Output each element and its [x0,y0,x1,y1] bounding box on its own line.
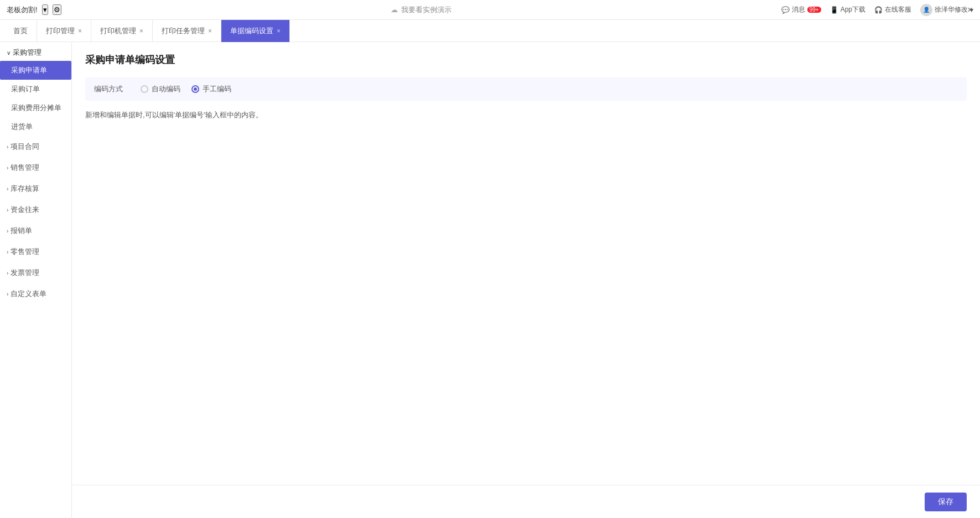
sidebar-item-project-contract-label: 项目合同 [11,142,39,152]
top-bar-left: 老板勿割! ▾ ⚙ [7,4,61,15]
sidebar-item-custom-forms-label: 自定义表单 [11,289,46,299]
message-icon: 💬 [781,6,790,14]
sidebar-item-purchase-request-label: 采购申请单 [11,66,47,74]
sidebar-item-purchase-request[interactable]: 采购申请单 [0,61,71,80]
radio-manual-code[interactable]: 手工编码 [191,84,231,94]
radio-manual-circle [191,85,199,93]
radio-manual-label: 手工编码 [203,84,231,94]
save-button[interactable]: 保存 [925,493,967,511]
app-icon: 📱 [830,6,838,14]
sidebar-item-retail-label: 零售管理 [11,247,39,257]
sidebar-group-purchase: ∨ 采购管理 采购申请单 采购订单 采购费用分摊单 进货单 [0,42,71,136]
top-bar-title: 老板勿割! [7,5,38,15]
sidebar-item-funds[interactable]: › 资金往来 [0,199,71,220]
message-badge: 99+ [807,7,821,13]
page-title: 采购申请单编码设置 [85,53,967,66]
window-close-button[interactable]: × [960,0,980,20]
tab-printer-mgmt[interactable]: 打印机管理 × [91,20,153,42]
sidebar-item-goods-receipt-label: 进货单 [11,122,33,131]
chevron-right-icon-5: › [7,228,8,234]
chevron-right-icon-7: › [7,270,8,276]
online-service-label: 在线客服 [885,5,911,14]
message-label: 消息 [792,5,805,14]
encoding-section: 编码方式 自动编码 手工编码 新增和编辑单据时,可以编辑'单据编号'输入框中的内… [85,77,967,121]
tab-barcode-setting-label: 单据编码设置 [230,26,273,36]
content-inner: 采购申请单编码设置 编码方式 自动编码 手工编码 [72,42,980,485]
sidebar-item-project-contract[interactable]: › 项目合同 [0,136,71,157]
chevron-right-icon-6: › [7,249,8,255]
sidebar-item-returns-label: 报销单 [11,226,32,236]
tab-print-task-label: 打印任务管理 [162,26,205,36]
content-footer: 保存 [72,485,980,518]
main-layout: ∨ 采购管理 采购申请单 采购订单 采购费用分摊单 进货单 › 项目合同 › 销… [0,42,980,518]
content-area: 采购申请单编码设置 编码方式 自动编码 手工编码 [72,42,980,518]
tab-print-mgmt[interactable]: 打印管理 × [37,20,91,42]
chevron-right-icon-3: › [7,186,8,192]
settings-icon[interactable]: ⚙ [53,4,61,15]
hint-text: 新增和编辑单据时,可以编辑'单据编号'输入框中的内容。 [85,110,967,121]
sidebar-item-purchase-order[interactable]: 采购订单 [0,80,71,99]
tab-home-label: 首页 [13,26,28,36]
radio-auto-circle [141,85,148,93]
radio-auto-label: 自动编码 [152,84,180,94]
app-download-label: App下载 [841,5,865,14]
chevron-right-icon-4: › [7,207,8,213]
sidebar-item-retail[interactable]: › 零售管理 [0,241,71,262]
tab-barcode-setting-close[interactable]: × [277,27,281,35]
tab-printer-mgmt-close[interactable]: × [139,27,143,35]
chevron-right-icon-8: › [7,291,8,297]
sidebar-item-purchase-expense-label: 采购费用分摊单 [11,103,61,112]
tab-print-mgmt-label: 打印管理 [46,26,75,36]
sidebar-item-sales-mgmt[interactable]: › 销售管理 [0,157,71,178]
encoding-label: 编码方式 [94,84,127,94]
sidebar-item-sales-mgmt-label: 销售管理 [11,163,39,173]
chevron-down-icon: ∨ [7,50,11,56]
sidebar-group-purchase-label: 采购管理 [13,48,42,58]
tab-print-task-close[interactable]: × [208,27,212,35]
chevron-right-icon-2: › [7,165,8,171]
radio-auto-code[interactable]: 自动编码 [141,84,180,94]
sidebar-item-inventory[interactable]: › 库存核算 [0,178,71,199]
tab-barcode-setting[interactable]: 单据编码设置 × [221,20,290,42]
avatar: 👤 [920,4,932,16]
sidebar-group-purchase-title[interactable]: ∨ 采购管理 [0,42,71,61]
encoding-row: 编码方式 自动编码 手工编码 [85,77,967,101]
chevron-right-icon: › [7,144,8,150]
sidebar-item-returns[interactable]: › 报销单 [0,220,71,241]
tab-print-mgmt-close[interactable]: × [78,27,82,35]
cloud-icon: ☁ [391,6,398,14]
sidebar-item-invoice-label: 发票管理 [11,268,39,278]
dropdown-icon[interactable]: ▾ [42,4,48,15]
sidebar-item-invoice[interactable]: › 发票管理 [0,262,71,283]
headset-icon: 🎧 [874,6,883,14]
sidebar: ∨ 采购管理 采购申请单 采购订单 采购费用分摊单 进货单 › 项目合同 › 销… [0,42,72,518]
sidebar-item-funds-label: 资金往来 [11,205,39,215]
top-bar-right: 💬 消息 99+ 📱 App下载 🎧 在线客服 👤 徐泽华修改 ▾ [781,4,973,16]
tab-print-task[interactable]: 打印任务管理 × [153,20,221,42]
sidebar-item-purchase-order-label: 采购订单 [11,85,40,93]
app-download-button[interactable]: 📱 App下载 [830,5,865,14]
online-service-button[interactable]: 🎧 在线客服 [874,5,911,14]
sidebar-item-inventory-label: 库存核算 [11,184,39,194]
top-bar: 老板勿割! ▾ ⚙ ☁ 我要看实例演示 💬 消息 99+ 📱 App下载 🎧 在… [0,0,980,20]
message-button[interactable]: 💬 消息 99+ [781,5,821,14]
sidebar-item-goods-receipt[interactable]: 进货单 [0,117,71,136]
tab-bar: 首页 打印管理 × 打印机管理 × 打印任务管理 × 单据编码设置 × [0,20,980,42]
sidebar-item-custom-forms[interactable]: › 自定义表单 [0,283,71,304]
tab-home[interactable]: 首页 [4,20,37,42]
radio-group: 自动编码 手工编码 [141,84,231,94]
top-bar-center: ☁ 我要看实例演示 [391,5,452,15]
sidebar-item-purchase-expense[interactable]: 采购费用分摊单 [0,99,71,117]
tab-printer-mgmt-label: 打印机管理 [100,26,136,36]
demo-text: 我要看实例演示 [401,5,452,15]
